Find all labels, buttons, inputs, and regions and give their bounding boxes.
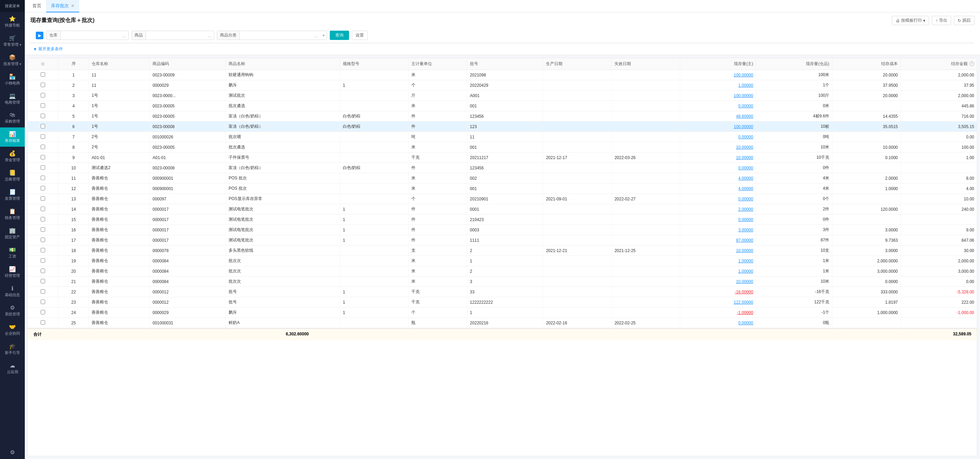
row-qty-main[interactable]: 0.00000	[680, 318, 756, 328]
row-checkbox[interactable]	[28, 318, 58, 328]
tab-home[interactable]: 首页	[27, 0, 46, 13]
sidebar-settings-btn[interactable]: ⚙	[0, 446, 25, 459]
sidebar-item-cloud[interactable]: ☁ 云应用	[0, 359, 25, 378]
row-checkbox[interactable]	[28, 183, 58, 194]
row-checkbox[interactable]	[28, 287, 58, 297]
row-qty-main[interactable]: 3.00000	[680, 225, 756, 235]
table-row[interactable]: 16 善善粮仓 0000017 测试电笔批次 1 件 0003 3.00000 …	[28, 225, 977, 235]
sidebar-item-inventory[interactable]: 📊 库存核算	[0, 128, 25, 147]
row-qty-main[interactable]: 10.00000	[680, 276, 756, 287]
row-qty-main[interactable]: 100.00000	[680, 121, 756, 132]
table-row[interactable]: 22 善善粮仓 0000012 批号 1 千克 33 -16.00000 -16…	[28, 287, 977, 297]
tab-close-icon[interactable]: ✕	[71, 3, 74, 8]
table-row[interactable]: 15 善善粮仓 0000017 测试电笔批次 1 件 210423 0.0000…	[28, 215, 977, 225]
tab-inventory-batch[interactable]: 库存批次 ✕	[46, 0, 79, 13]
amount-help-icon[interactable]: ?	[969, 61, 974, 66]
table-row[interactable]: 10 测试遴选2 0023-00008 富淡（白色/奶棕） 白色/奶棕 件 12…	[28, 163, 977, 173]
row-qty-main[interactable]: 2.00000	[680, 204, 756, 215]
row-checkbox[interactable]	[28, 245, 58, 256]
row-checkbox[interactable]	[28, 204, 58, 215]
sidebar-item-operations[interactable]: 📈 经营管理	[0, 262, 25, 282]
row-qty-main[interactable]: 1.00000	[680, 80, 756, 91]
export-btn[interactable]: ↑ 导出	[932, 16, 951, 25]
row-checkbox[interactable]	[28, 308, 58, 318]
row-qty-main[interactable]: 0.00000	[680, 163, 756, 173]
row-checkbox[interactable]	[28, 225, 58, 235]
row-checkbox[interactable]	[28, 256, 58, 266]
row-checkbox[interactable]	[28, 276, 58, 287]
filter-settings-btn[interactable]: 设置	[352, 31, 368, 40]
row-qty-main[interactable]: 49.60000	[680, 111, 756, 121]
table-row[interactable]: 25 善善粮仓 001000031 鲜奶A 瓶 20220216 2022-02…	[28, 318, 977, 328]
product-dots-btn[interactable]: ...	[205, 31, 214, 40]
sidebar-item-mini-ecom[interactable]: 🏪 小独电商	[0, 70, 25, 89]
row-qty-main[interactable]: 1.00000	[680, 256, 756, 266]
table-row[interactable]: 23 善善粮仓 0000012 批号 1 千克 1222222222 122.0…	[28, 297, 977, 308]
sidebar-item-guide[interactable]: 🎓 新手引导	[0, 339, 25, 359]
sidebar-item-system[interactable]: ⚙ 系统管理	[0, 301, 25, 320]
row-qty-main[interactable]: 100.00000	[680, 91, 756, 101]
table-row[interactable]: 17 善善粮仓 0000017 测试电笔批次 1 件 1111 87.00000…	[28, 235, 977, 245]
row-checkbox[interactable]	[28, 163, 58, 173]
row-qty-main[interactable]: 0.00000	[680, 101, 756, 111]
table-row[interactable]: 11 善善粮仓 000900001 POS 批次 米 002 4.00000 4…	[28, 173, 977, 183]
row-qty-main[interactable]: -1.00000	[680, 308, 756, 318]
row-checkbox[interactable]	[28, 132, 58, 142]
row-checkbox[interactable]	[28, 111, 58, 121]
row-qty-main[interactable]: 4.00000	[680, 183, 756, 194]
row-qty-main[interactable]: 0.00000	[680, 132, 756, 142]
row-qty-main[interactable]: 1.00000	[680, 266, 756, 276]
expand-arrow-btn[interactable]: ▶	[36, 32, 43, 39]
track-btn[interactable]: ↻ 跟踪	[954, 16, 975, 25]
row-checkbox[interactable]	[28, 142, 58, 153]
table-row[interactable]: 20 善善粮仓 0000084 批次次 米 2 1.00000 1米 3,000…	[28, 266, 977, 276]
table-row[interactable]: 5 1号 0023-00005 富淡（白色/奶棕） 白色/奶棕 件 123456…	[28, 111, 977, 121]
table-row[interactable]: 19 善善粮仓 0000084 批次次 米 1 1.00000 1米 2,000…	[28, 256, 977, 266]
row-qty-main[interactable]: 122.00000	[680, 297, 756, 308]
table-row[interactable]: 8 2号 0023-00005 批次遴选 米 001 10.00000 10米 …	[28, 142, 977, 153]
row-checkbox[interactable]	[28, 215, 58, 225]
row-qty-main[interactable]: 10.00000	[680, 153, 756, 163]
row-checkbox[interactable]	[28, 153, 58, 163]
table-row[interactable]: 12 善善粮仓 000900001 POS 批次 米 001 4.00000 4…	[28, 183, 977, 194]
table-row[interactable]: 1 11 0023-00009 软硬通用钩钩 米 2021098 100.000…	[28, 70, 977, 80]
table-row[interactable]: 21 善善粮仓 0000084 批次次 米 3 10.00000 10米 0.0…	[28, 276, 977, 287]
row-checkbox[interactable]	[28, 235, 58, 245]
table-row[interactable]: 4 1号 0023-00005 批次遴选 米 001 0.00000 0米 44…	[28, 101, 977, 111]
search-btn[interactable]: 查询	[330, 31, 349, 40]
row-checkbox[interactable]	[28, 173, 58, 183]
sidebar-item-finance[interactable]: 💰 资金管理	[0, 147, 25, 166]
row-checkbox[interactable]	[28, 91, 58, 101]
row-checkbox[interactable]	[28, 80, 58, 91]
row-qty-main[interactable]: 87.00000	[680, 235, 756, 245]
row-checkbox[interactable]	[28, 121, 58, 132]
row-checkbox[interactable]	[28, 297, 58, 308]
table-row[interactable]: 3 1号 0023-0000... 测试批次 斤 A001 100.00000 …	[28, 91, 977, 101]
sidebar-item-retail[interactable]: 🛒 零售管理 ▾	[0, 31, 25, 51]
row-qty-main[interactable]: -16.00000	[680, 287, 756, 297]
row-qty-main[interactable]: 4.00000	[680, 173, 756, 183]
sidebar-item-invoice[interactable]: 🧾 发票管理	[0, 185, 25, 204]
category-caret[interactable]: ▾	[320, 32, 327, 39]
warehouse-dots-btn[interactable]: ...	[120, 31, 128, 40]
print-btn[interactable]: 🖨 按模板打印 ▾	[892, 16, 929, 25]
sidebar-item-assets[interactable]: 🏢 固定资产	[0, 224, 25, 243]
sidebar-item-collab[interactable]: 🤝 企业协同	[0, 320, 25, 339]
row-checkbox[interactable]	[28, 70, 58, 80]
table-row[interactable]: 2 11 0000029 鹏斥 1 个 20220429 1.00000 1个 …	[28, 80, 977, 91]
table-row[interactable]: 9 A01-01 A01-01 子件保票号 千克 20211217 2021-1…	[28, 153, 977, 163]
sidebar-item-tax[interactable]: 📋 税务管理	[0, 204, 25, 224]
sidebar-item-wholesale[interactable]: 📦 批发管理 ▾	[0, 51, 25, 70]
row-qty-main[interactable]: 100.00000	[680, 70, 756, 80]
row-qty-main[interactable]: 0.00000	[680, 194, 756, 204]
sidebar-item-quick-nav[interactable]: ⭐ 快捷导航	[0, 12, 25, 31]
row-qty-main[interactable]: 0.00000	[680, 215, 756, 225]
sidebar-item-basic-info[interactable]: ℹ 基础信息	[0, 282, 25, 301]
table-row[interactable]: 6 1号 0023-00008 富淡（白色/奶棕） 白色/奶棕 件 123 10…	[28, 121, 977, 132]
table-row[interactable]: 24 善善粮仓 0000029 鹏斥 1 个 1 -1.00000 -1个 1,…	[28, 308, 977, 318]
sidebar-item-purchase[interactable]: 🛍 采购管理	[0, 108, 25, 128]
product-input[interactable]	[146, 32, 205, 39]
sidebar-item-ledger[interactable]: 📒 总账管理	[0, 166, 25, 185]
table-row[interactable]: 13 善善粮仓 000097 POS显示库存异常 个 20210901 2021…	[28, 194, 977, 204]
row-checkbox[interactable]	[28, 266, 58, 276]
